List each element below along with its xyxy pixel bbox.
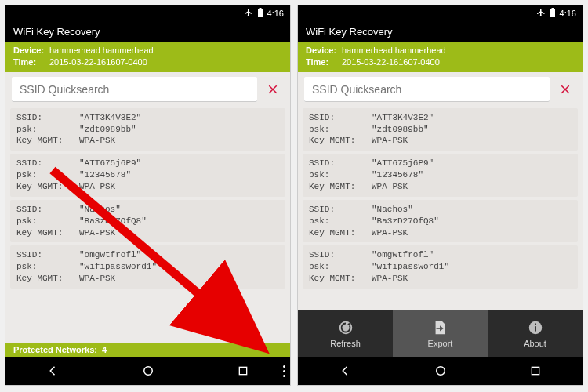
device-header: Device:hammerhead hammerhead Time:2015-0… [298,42,583,72]
airplane-icon [244,8,253,19]
network-card[interactable]: SSID:"omgwtfrofl"psk:"wifipassword1"Key … [303,245,578,289]
nav-recent-button[interactable] [225,360,261,382]
phone-left: 4:16 WiFi Key Recovery Device:hammerhead… [5,5,291,386]
device-header: Device:hammerhead hammerhead Time:2015-0… [5,42,290,72]
search-row [298,72,583,107]
svg-rect-8 [436,328,441,329]
nav-recent-button[interactable] [517,360,554,382]
network-list-right[interactable]: SSID:"ATT3K4V3E2"psk:"zdt0989bb"Key MGMT… [298,107,583,310]
time-value: 2015-03-22-161607-0400 [49,57,147,67]
nav-bar [5,357,290,385]
nav-home-button[interactable] [423,360,459,382]
battery-icon [257,8,263,19]
time-label: Time: [13,56,49,68]
svg-rect-11 [535,323,536,325]
svg-rect-1 [259,8,261,9]
overflow-menu-button[interactable] [283,365,285,377]
status-bar: 4:16 [5,5,290,21]
device-value: hammerhead hammerhead [49,45,154,55]
network-card[interactable]: SSID:"ATT3K4V3E2"psk:"zdt0989bb"Key MGMT… [303,108,578,151]
clear-search-button[interactable] [554,78,576,100]
app-title: WiFi Key Recovery [5,21,290,42]
nav-back-button[interactable] [35,360,71,382]
svg-rect-0 [258,9,263,17]
overflow-menu: Refresh Export About [298,310,583,357]
device-label: Device: [13,45,49,56]
svg-rect-13 [532,367,539,374]
nav-bar [298,357,583,385]
menu-refresh[interactable]: Refresh [298,310,393,357]
search-input[interactable] [304,77,550,102]
svg-point-12 [436,367,445,376]
svg-rect-3 [239,367,246,374]
battery-icon [550,8,556,19]
network-card[interactable]: SSID:"ATT675j6P9"psk:"12345678"Key MGMT:… [303,154,578,197]
status-time: 4:16 [560,9,576,18]
menu-about[interactable]: About [488,310,583,357]
status-time: 4:16 [267,9,284,18]
clear-search-button[interactable] [262,78,284,100]
nav-back-button[interactable] [328,360,364,382]
network-card[interactable]: SSID:"ATT675j6P9"psk:"12345678"Key MGMT:… [10,154,285,197]
svg-point-2 [143,367,152,376]
footer-band: Protected Networks: 4 [5,343,290,357]
phone-right: 4:16 WiFi Key Recovery Device:hammerhead… [297,5,583,386]
search-row [5,72,290,107]
network-card[interactable]: SSID:"omgwtfrofl"psk:"wifipassword1"Key … [10,245,285,289]
network-card[interactable]: SSID:"ATT3K4V3E2"psk:"zdt0989bb"Key MGMT… [10,108,285,151]
nav-home-button[interactable] [130,360,166,382]
network-card[interactable]: SSID:"Nachos"psk:"Ba3zD27OfQ8"Key MGMT:W… [10,200,285,243]
network-card[interactable]: SSID:"Nachos"psk:"Ba3zD27OfQ8"Key MGMT:W… [303,200,578,243]
svg-rect-10 [535,326,536,331]
menu-export[interactable]: Export [393,310,488,357]
svg-rect-6 [551,8,554,9]
network-list-left[interactable]: SSID:"ATT3K4V3E2"psk:"zdt0989bb"Key MGMT… [5,107,290,343]
app-title: WiFi Key Recovery [298,21,583,42]
svg-rect-5 [550,9,555,17]
search-input[interactable] [12,77,257,102]
status-bar: 4:16 [298,5,583,21]
airplane-icon [536,8,546,19]
